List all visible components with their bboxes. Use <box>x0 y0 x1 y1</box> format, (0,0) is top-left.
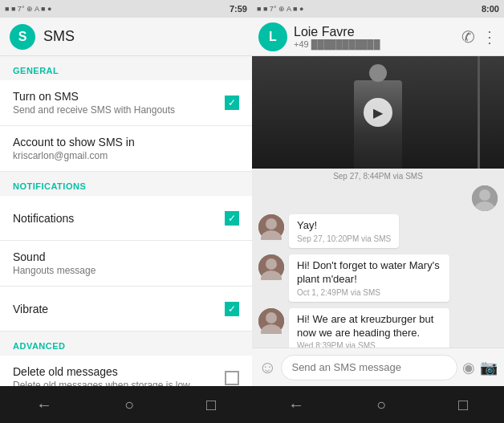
sms-app-icon: S <box>10 24 35 50</box>
left-status-icon-group: ■ ■ 7° ⊕ A ■ ● <box>5 5 51 13</box>
vibrate-checkbox[interactable]: ✓ <box>225 302 239 316</box>
right-recent-button[interactable]: □ <box>458 396 468 414</box>
settings-item-vibrate[interactable]: Vibrate ✓ <box>0 287 252 331</box>
notifications-title: Notifications <box>13 212 225 225</box>
left-app-bar: S SMS <box>0 18 252 56</box>
msg-avatar-water <box>258 254 284 280</box>
right-status-icons: ■ ■ 7° ⊕ A ■ ● <box>257 5 303 13</box>
msg-avatar-kreuz <box>258 308 284 334</box>
video-thumbnail: ▶ <box>252 56 504 169</box>
left-panel: ■ ■ 7° ⊕ A ■ ● 7:59 S SMS GENERAL Turn o… <box>0 0 252 423</box>
turn-on-sms-title: Turn on SMS <box>13 90 225 103</box>
svg-point-10 <box>266 312 277 323</box>
message-row-yay: Yay! Sep 27, 10:20PM via SMS <box>252 211 504 251</box>
contact-avatar: L <box>258 22 287 51</box>
left-time: 7:59 <box>230 4 247 14</box>
location-button[interactable]: ◉ <box>462 359 475 376</box>
contact-number: +49 ███████████ <box>294 39 455 49</box>
bubble-text-kreuz: Hi! We are at kreuzburger but now we are… <box>297 313 441 340</box>
bubble-time-water: Oct 1, 2:49PM via SMS <box>297 288 441 297</box>
vibrate-title: Vibrate <box>13 303 225 315</box>
sound-title: Sound <box>13 250 239 263</box>
video-timestamp: Sep 27, 8:44PM via SMS <box>252 169 504 184</box>
left-back-button[interactable]: ← <box>36 396 52 414</box>
svg-point-1 <box>479 189 490 201</box>
settings-item-delete-messages[interactable]: Delete old messages Delete old messages … <box>0 356 252 386</box>
notifications-checkbox[interactable]: ✓ <box>225 211 239 226</box>
camera-button[interactable]: 📷 <box>480 359 498 376</box>
right-time: 8:00 <box>482 4 499 14</box>
settings-content: GENERAL Turn on SMS Send and receive SMS… <box>0 56 252 386</box>
bubble-water: Hi! Don't forget to water Mary's plant m… <box>289 254 449 302</box>
sound-subtitle: Hangouts message <box>13 265 239 276</box>
right-status-icon-group: ■ ■ 7° ⊕ A ■ ● <box>257 5 303 13</box>
play-button[interactable]: ▶ <box>364 98 392 127</box>
bubble-time-kreuz: Wed 8:39PM via SMS <box>297 341 441 348</box>
contact-name: Loie Favre <box>294 25 455 39</box>
delete-messages-subtitle: Delete old messages when storage is low <box>13 380 225 386</box>
right-panel: ■ ■ 7° ⊕ A ■ ● 8:00 L Loie Favre +49 ███… <box>252 0 504 423</box>
turn-on-sms-checkbox[interactable]: ✓ <box>225 96 239 110</box>
right-app-bar: L Loie Favre +49 ███████████ ✆ ⋮ <box>252 18 504 56</box>
more-options-icon[interactable]: ⋮ <box>482 27 498 47</box>
right-status-bar: ■ ■ 7° ⊕ A ■ ● 8:00 <box>252 0 504 18</box>
section-header-notifications: NOTIFICATIONS <box>0 172 252 196</box>
app-title: SMS <box>43 28 75 45</box>
account-subtitle: kriscarlon@gmail.com <box>13 150 239 161</box>
settings-item-notifications[interactable]: Notifications ✓ <box>0 196 252 241</box>
message-row-water: Hi! Don't forget to water Mary's plant m… <box>252 251 504 305</box>
bubble-kreuz: Hi! We are at kreuzburger but now we are… <box>289 308 449 348</box>
right-bottom-nav: ← ○ □ <box>252 386 504 423</box>
account-title: Account to show SMS in <box>13 136 239 148</box>
chat-content: ▶ Sep 27, 8:44PM via SMS <box>252 56 504 348</box>
right-back-button[interactable]: ← <box>288 396 304 414</box>
settings-item-turn-on-sms[interactable]: Turn on SMS Send and receive SMS with Ha… <box>0 80 252 126</box>
video-message[interactable]: ▶ <box>252 56 504 169</box>
delete-messages-title: Delete old messages <box>13 365 225 378</box>
settings-item-account[interactable]: Account to show SMS in kriscarlon@gmail.… <box>0 126 252 172</box>
phone-icon[interactable]: ✆ <box>461 27 475 47</box>
svg-point-7 <box>266 258 277 270</box>
delete-messages-checkbox[interactable] <box>225 371 239 385</box>
msg-avatar-yay <box>258 214 284 240</box>
turn-on-sms-subtitle: Send and receive SMS with Hangouts <box>13 104 225 116</box>
input-bar: ☺ ◉ 📷 <box>252 348 504 386</box>
section-header-general: GENERAL <box>0 56 252 80</box>
settings-item-sound[interactable]: Sound Hangouts message <box>0 241 252 287</box>
left-bottom-nav: ← ○ □ <box>0 386 252 423</box>
svg-point-4 <box>266 218 277 230</box>
sender-avatar-right <box>472 185 498 211</box>
emoji-button[interactable]: ☺ <box>258 357 276 378</box>
bubble-yay: Yay! Sep 27, 10:20PM via SMS <box>289 214 399 248</box>
bubble-text-yay: Yay! <box>297 219 391 233</box>
right-home-button[interactable]: ○ <box>376 396 386 414</box>
bubble-text-water: Hi! Don't forget to water Mary's plant m… <box>297 259 441 287</box>
sms-input[interactable] <box>281 355 457 380</box>
left-status-icons: ■ ■ 7° ⊕ A ■ ● <box>5 5 51 13</box>
left-recent-button[interactable]: □ <box>206 396 216 414</box>
left-status-bar: ■ ■ 7° ⊕ A ■ ● 7:59 <box>0 0 252 18</box>
message-row-kreuz: Hi! We are at kreuzburger but now we are… <box>252 305 504 348</box>
bubble-time-yay: Sep 27, 10:20PM via SMS <box>297 234 391 243</box>
section-header-advanced: ADVANCED <box>0 331 252 356</box>
left-home-button[interactable]: ○ <box>124 396 134 414</box>
